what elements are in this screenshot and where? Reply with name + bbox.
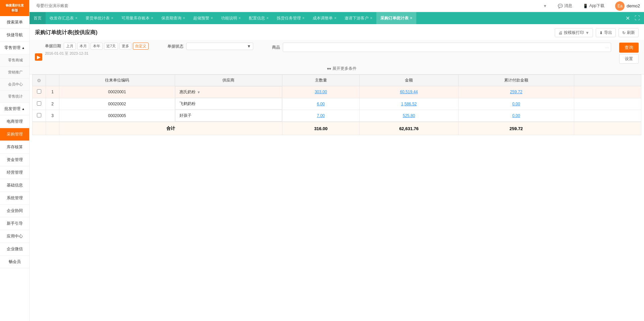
- sidebar-item-newbie[interactable]: 新手引导: [0, 217, 29, 230]
- row-check-1[interactable]: [33, 98, 46, 110]
- tab-cost-adj[interactable]: 成本调整单 ×: [309, 12, 340, 24]
- paid-link-1[interactable]: 0.00: [512, 102, 520, 106]
- date-btn-7days[interactable]: 近7天: [104, 43, 118, 50]
- tab-invite[interactable]: 邀请下游客户 ×: [340, 12, 376, 24]
- row-checkbox-2[interactable]: [37, 113, 41, 117]
- tab-overstock[interactable]: 超储预警 ×: [189, 12, 217, 24]
- user-avatar[interactable]: Ea demo2: [615, 1, 640, 11]
- tab-config[interactable]: 配置信息 ×: [245, 12, 273, 24]
- refresh-label: 刷新: [627, 30, 635, 36]
- sidebar-item-member[interactable]: 会员中心: [0, 78, 29, 91]
- expand-more-btn[interactable]: ▾▾ 展开更多条件: [45, 66, 639, 71]
- status-select[interactable]: ▼: [186, 43, 253, 50]
- tab-close-order-stat[interactable]: ×: [111, 16, 113, 20]
- date-btn-this-year[interactable]: 本年: [91, 43, 103, 50]
- settings-button[interactable]: 设置: [619, 54, 639, 64]
- avatar-circle: Ea: [615, 1, 625, 11]
- table-settings-icon[interactable]: ⚙: [37, 78, 41, 83]
- date-btn-last-month[interactable]: 上月: [64, 43, 76, 50]
- row-index-1: 2: [46, 98, 59, 110]
- print-button[interactable]: 🖨 按模板打印 ▼: [555, 28, 593, 37]
- sidebar-item-basic[interactable]: 基础信息: [0, 179, 29, 192]
- message-btn[interactable]: 💬 消息: [558, 3, 572, 9]
- sidebar-item-purchase[interactable]: 采购管理: [0, 128, 29, 141]
- tab-close-available-inv[interactable]: ×: [151, 16, 153, 20]
- sidebar-item-ecommerce[interactable]: 电商管理: [0, 115, 29, 128]
- row-checkbox-1[interactable]: [37, 101, 41, 106]
- sidebar-item-finance[interactable]: 资金管理: [0, 154, 29, 166]
- tab-order-stat[interactable]: 要货单统计表 ×: [82, 12, 117, 24]
- app-download-btn[interactable]: 📱 App下载: [583, 3, 604, 9]
- tab-pick-task[interactable]: 拣货任务管理 ×: [273, 12, 309, 24]
- row-check-0[interactable]: [33, 86, 46, 98]
- tab-close-func-desc[interactable]: ×: [238, 16, 241, 20]
- export-button[interactable]: ⬇ 导出: [596, 28, 616, 37]
- date-btn-custom[interactable]: 自定义: [133, 43, 149, 50]
- top-bar-dropdown-icon[interactable]: ▼: [543, 4, 547, 8]
- tab-available-inv[interactable]: 可用量库存账本 ×: [117, 12, 157, 24]
- tab-label-config: 配置信息: [249, 15, 265, 21]
- sidebar-item-appcenter[interactable]: 应用中心: [0, 230, 29, 243]
- sidebar-item-enterprise[interactable]: 企业协同: [0, 205, 29, 217]
- sidebar-label-newbie: 新手引导: [7, 221, 23, 226]
- sidebar-item-quicknav[interactable]: 快捷导航: [0, 29, 29, 42]
- sidebar-item-retail[interactable]: 零售管理 ▲: [0, 42, 29, 54]
- query-button[interactable]: 查询: [619, 43, 639, 53]
- tab-close-collect-pay[interactable]: ×: [75, 16, 77, 20]
- paid-link-0[interactable]: 259.72: [510, 90, 523, 94]
- amount-link-1[interactable]: 1,586.52: [401, 102, 417, 106]
- maximize-btn[interactable]: ⛶: [633, 14, 641, 22]
- sidebar-item-system[interactable]: 系统管理: [0, 192, 29, 205]
- sidebar-item-operations[interactable]: 经营管理: [0, 166, 29, 179]
- product-input[interactable]: [285, 44, 605, 51]
- tab-close-cost-adj[interactable]: ×: [334, 16, 336, 20]
- tab-close-invite[interactable]: ×: [370, 16, 372, 20]
- tab-bar-right: ✕ ⛶: [624, 14, 644, 22]
- qty-link-1[interactable]: 6.00: [317, 102, 325, 106]
- row-amount-2: 525.80: [360, 110, 459, 122]
- qty-link-0[interactable]: 303.00: [315, 90, 327, 94]
- sidebar-item-wholesale[interactable]: 批发管理 ▲: [0, 103, 29, 115]
- sidebar-item-wechat[interactable]: 企业微信: [0, 243, 29, 256]
- date-filter-label: 单据日期: [45, 43, 61, 49]
- tab-bar: 首页收发存汇总表 ×要货单统计表 ×可用量库存账本 ×保质期查询 ×超储预警 ×…: [30, 12, 644, 24]
- date-range-display: 2016-01-01 至 2023-12-31: [45, 51, 149, 56]
- row-checkbox-0[interactable]: [37, 89, 41, 94]
- sidebar-item-marketing[interactable]: 营销推广: [0, 66, 29, 78]
- row-check-2[interactable]: [33, 110, 46, 122]
- tab-close-shelf-life[interactable]: ×: [183, 16, 185, 20]
- row-index-0: 1: [46, 86, 59, 98]
- tab-close-config[interactable]: ×: [266, 16, 269, 20]
- refresh-button[interactable]: ↻ 刷新: [619, 28, 639, 37]
- amount-link-2[interactable]: 525.80: [403, 113, 415, 118]
- tab-collect-pay[interactable]: 收发存汇总表 ×: [46, 12, 82, 24]
- row-extra-2: [574, 110, 641, 122]
- print-icon: 🖨: [558, 31, 562, 35]
- sidebar-item-retail-shop[interactable]: 零售商城: [0, 54, 29, 66]
- toggle-filter-btn[interactable]: ▶: [35, 53, 42, 61]
- sidebar-item-retail-stat[interactable]: 零售统计: [0, 91, 29, 103]
- sidebar-label-operations: 经营管理: [7, 170, 23, 175]
- tab-home[interactable]: 首页: [30, 12, 46, 24]
- qty-link-2[interactable]: 7.00: [317, 113, 325, 118]
- tab-shelf-life[interactable]: 保质期查询 ×: [157, 12, 189, 24]
- date-btn-this-month[interactable]: 本月: [77, 43, 89, 50]
- tab-close-overstock[interactable]: ×: [211, 16, 213, 20]
- vendor-dropdown-icon-0[interactable]: ▼: [197, 90, 201, 94]
- amount-link-0[interactable]: 60,519.44: [400, 90, 418, 94]
- footer-empty-1: [33, 122, 46, 135]
- sidebar-item-vip[interactable]: 畅会员: [0, 256, 29, 268]
- tab-purchase-stat[interactable]: 采购订单统计表 ×: [376, 12, 416, 24]
- sidebar-item-search[interactable]: 搜索菜单: [0, 16, 29, 29]
- date-btn-more[interactable]: 更多: [119, 43, 131, 50]
- tab-close-purchase-stat[interactable]: ×: [410, 16, 412, 20]
- sidebar-item-inventory[interactable]: 库存核算: [0, 141, 29, 154]
- action-btns: 查询 设置: [619, 43, 639, 64]
- close-tab-btn[interactable]: ✕: [624, 14, 631, 22]
- paid-link-2[interactable]: 0.00: [512, 113, 520, 118]
- tab-func-desc[interactable]: 功能说明 ×: [217, 12, 245, 24]
- sidebar-label-system: 系统管理: [7, 196, 23, 200]
- sidebar-label-quicknav: 快捷导航: [7, 33, 23, 37]
- table-row: 3 00020005 好孩子 7.00 525.80 0.00: [33, 110, 641, 122]
- tab-close-pick-task[interactable]: ×: [302, 16, 305, 20]
